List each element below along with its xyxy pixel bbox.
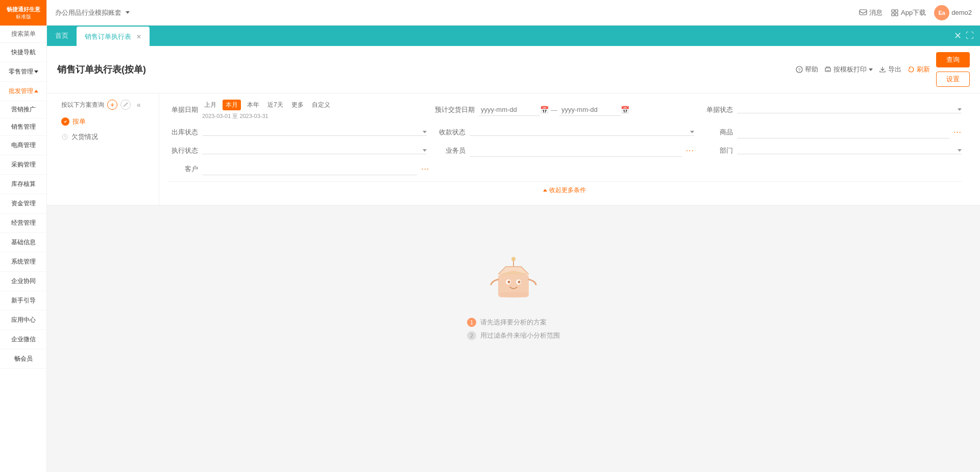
- date-content: 上月 本月 本年 近7天 更多 自定义 2023-03-01 至 2023-03…: [202, 100, 332, 120]
- page-content: 销售订单执行表(按单) ? 帮助 按模板打印: [47, 46, 980, 472]
- date-tab-current-month[interactable]: 本月: [223, 100, 241, 110]
- product-input[interactable]: [737, 126, 949, 138]
- edit-scheme-button[interactable]: [120, 100, 131, 110]
- customer-input[interactable]: [202, 163, 417, 175]
- sidebar-item-kucun[interactable]: 库存核算: [0, 175, 46, 194]
- calendar-to-icon[interactable]: 📅: [621, 106, 629, 114]
- svg-rect-3: [892, 13, 894, 16]
- filter-right-panel: 单据日期 上月 本月 本年 近7天 更多 自定义 20: [159, 93, 970, 205]
- date-range-text: 2023-03-01 至 2023-03-31: [202, 112, 332, 120]
- delivery-date-from[interactable]: [479, 104, 540, 116]
- sidebar-item-xinshou[interactable]: 新手引导: [0, 291, 46, 311]
- svg-text:?: ?: [798, 67, 800, 73]
- payment-status-select[interactable]: [470, 129, 694, 136]
- sidebar-item-huiyuan[interactable]: 畅会员: [0, 349, 46, 369]
- sidebar-item-xitong[interactable]: 系统管理: [0, 252, 46, 272]
- sidebar-item-jichu[interactable]: 基础信息: [0, 233, 46, 252]
- svg-point-18: [511, 257, 516, 261]
- date-tab-current-year[interactable]: 本年: [245, 100, 261, 110]
- sidebar-item-jingying[interactable]: 经营管理: [0, 214, 46, 233]
- refresh-icon: [908, 66, 915, 73]
- calendar-from-icon[interactable]: 📅: [540, 106, 549, 114]
- chevron-down-icon: [34, 70, 38, 73]
- check-icon: [63, 119, 68, 124]
- close-window-icon[interactable]: ✕: [954, 30, 962, 41]
- filter-section: 按以下方案查询 + «: [57, 93, 970, 205]
- delivery-date-to[interactable]: [559, 104, 621, 116]
- filter-row-2: 出库状态 收款状态: [167, 126, 962, 138]
- date-label: 单据日期: [167, 105, 198, 114]
- query-button[interactable]: 查询: [936, 52, 970, 67]
- tab-close-icon[interactable]: ✕: [136, 33, 141, 40]
- refresh-button[interactable]: 刷新: [908, 65, 930, 74]
- customer-label: 客户: [167, 164, 198, 174]
- doc-status-select[interactable]: [737, 106, 962, 113]
- svg-point-16: [518, 281, 521, 284]
- department-chevron: [958, 149, 962, 152]
- department-label: 部门: [702, 146, 733, 155]
- department-select[interactable]: [737, 147, 962, 154]
- tab-sales-exec[interactable]: 销售订单执行表 ✕: [77, 27, 150, 47]
- user-avatar-area[interactable]: Ea demo2: [934, 5, 972, 20]
- collapse-chevron-up: [543, 189, 547, 192]
- help-link[interactable]: ? 帮助: [796, 65, 818, 74]
- sidebar-sub-yingxiao[interactable]: 营销推广: [0, 101, 46, 119]
- sidebar-item-dianshang[interactable]: 电商管理: [0, 136, 46, 155]
- sidebar-search[interactable]: 搜索菜单: [0, 26, 46, 43]
- filter-row-4: 客户 ···: [167, 163, 962, 175]
- sidebar-item-caigou[interactable]: 采购管理: [0, 155, 46, 175]
- product-more-icon[interactable]: ···: [953, 128, 962, 137]
- settings-button[interactable]: 设置: [936, 72, 970, 87]
- sidebar-item-kuaijie[interactable]: 快捷导航: [0, 43, 46, 62]
- sidebar-item-qiye[interactable]: 企业协同: [0, 272, 46, 291]
- outbound-status-select[interactable]: [202, 129, 427, 136]
- scheme-item-deficit[interactable]: 欠货情况: [57, 129, 159, 145]
- sidebar-item-pifa[interactable]: 批发管理: [0, 82, 46, 101]
- sidebar-sub-xiaoshou[interactable]: 销售管理: [0, 119, 46, 136]
- filter-scheme-label: 按以下方案查询: [61, 101, 104, 109]
- filter-row-1: 单据日期 上月 本月 本年 近7天 更多 自定义 20: [167, 100, 962, 120]
- customer-more-icon[interactable]: ···: [421, 164, 429, 174]
- collapse-more-conditions[interactable]: 收起更多条件: [167, 181, 962, 199]
- sidebar-item-zijin[interactable]: 资金管理: [0, 194, 46, 214]
- print-icon: [824, 66, 831, 73]
- svg-rect-2: [895, 10, 898, 12]
- sidebar-item-weixin[interactable]: 企业微信: [0, 330, 46, 349]
- avatar: Ea: [934, 5, 949, 20]
- tab-home[interactable]: 首页: [47, 26, 77, 46]
- message-button[interactable]: 消息: [859, 8, 883, 17]
- filter-area: 按以下方案查询 + «: [47, 93, 980, 205]
- app-download-button[interactable]: App下载: [891, 8, 926, 17]
- sidebar-item-lingshou[interactable]: 零售管理: [0, 62, 46, 82]
- tab-bar: 首页 销售订单执行表 ✕ ✕ ⛶: [47, 26, 980, 46]
- svg-point-15: [508, 281, 510, 284]
- date-tab-custom[interactable]: 自定义: [310, 100, 332, 110]
- maximize-icon[interactable]: ⛶: [966, 31, 974, 40]
- export-icon: [879, 66, 886, 73]
- field-outbound-status: 出库状态: [167, 128, 427, 137]
- add-scheme-button[interactable]: +: [107, 100, 117, 110]
- date-tab-more[interactable]: 更多: [289, 100, 306, 110]
- page-title: 销售订单执行表(按单): [57, 63, 146, 82]
- date-tab-7days[interactable]: 近7天: [265, 100, 285, 110]
- module-dropdown-icon[interactable]: [126, 11, 130, 14]
- exec-status-select[interactable]: [202, 147, 427, 154]
- template-print-button[interactable]: 按模板打印: [824, 65, 873, 74]
- sidebar-item-yingyong[interactable]: 应用中心: [0, 311, 46, 330]
- payment-status-label: 收款状态: [435, 128, 465, 137]
- payment-chevron: [690, 131, 694, 133]
- filter-row-3: 执行状态 业务员 ··· 部门: [167, 145, 962, 157]
- salesperson-input[interactable]: [470, 145, 682, 157]
- scheme-item-order[interactable]: 按单: [57, 114, 159, 129]
- collapse-panel-button[interactable]: «: [134, 100, 144, 110]
- filter-left-header: 按以下方案查询 + «: [57, 100, 159, 114]
- salesperson-more-icon[interactable]: ···: [686, 146, 694, 155]
- export-button[interactable]: 导出: [879, 65, 901, 74]
- logo-line2: 标准版: [7, 13, 40, 20]
- date-tab-last-month[interactable]: 上月: [202, 100, 218, 110]
- product-label: 商品: [702, 128, 733, 137]
- tab-controls: ✕ ⛶: [954, 30, 980, 41]
- exec-status-label: 执行状态: [167, 146, 198, 155]
- field-doc-status: 单据状态: [702, 105, 962, 114]
- field-payment-status: 收款状态: [435, 128, 694, 137]
